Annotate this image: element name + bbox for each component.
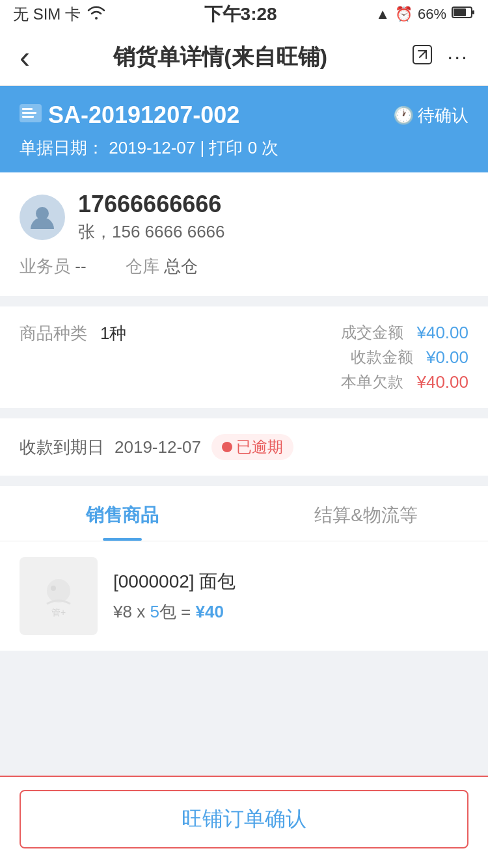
- order-header-card: SA-20191207-002 🕐 待确认 单据日期： 2019-12-07 |…: [0, 86, 488, 172]
- status-right: ▲ ⏰ 66%: [375, 6, 475, 23]
- salesman-info: 业务员 --: [20, 255, 87, 278]
- customer-name: 张，156 6666 6666: [78, 221, 225, 243]
- wifi-icon: [87, 5, 105, 23]
- nav-left: ‹: [20, 39, 30, 75]
- amount-info: 成交金额 ¥40.00 收款金额 ¥0.00 本单欠款 ¥40.00: [341, 322, 468, 392]
- customer-info: 17666666666 张，156 6666 6666: [78, 191, 225, 243]
- customer-section: 17666666666 张，156 6666 6666 业务员 -- 仓库 总仓: [0, 172, 488, 296]
- bottom-bar: 旺铺订单确认: [0, 776, 488, 868]
- page-title: 销货单详情(来自旺铺): [113, 42, 327, 72]
- due-amount-row: 本单欠款 ¥40.00: [341, 372, 468, 392]
- status-left: 无 SIM 卡: [13, 4, 105, 25]
- overdue-dot-icon: [222, 442, 232, 452]
- confirm-order-button[interactable]: 旺铺订单确认: [20, 790, 468, 848]
- svg-line-4: [420, 51, 426, 57]
- overdue-badge: 已逾期: [211, 434, 293, 460]
- clock-icon: 🕐: [393, 105, 414, 126]
- nav-right: ···: [411, 43, 468, 72]
- tabs-section: 销售商品 结算&物流等 管+ [0000002] 面包 ¥8 x 5包: [0, 486, 488, 651]
- product-item: 管+ [0000002] 面包 ¥8 x 5包 = ¥40: [20, 557, 468, 635]
- order-icon: [20, 104, 42, 127]
- product-name: [0000002] 面包: [113, 569, 468, 594]
- back-button[interactable]: ‹: [20, 39, 30, 75]
- svg-text:管+: 管+: [51, 607, 66, 617]
- tab-sales-products[interactable]: 销售商品: [0, 486, 244, 541]
- product-thumbnail: 管+: [20, 557, 98, 635]
- nav-bar: ‹ 销货单详情(来自旺铺) ···: [0, 29, 488, 86]
- summary-section: 商品种类 1种 成交金额 ¥40.00 收款金额 ¥0.00 本单欠款 ¥40.…: [0, 306, 488, 408]
- warehouse-info: 仓库 总仓: [126, 255, 198, 278]
- svg-rect-6: [22, 108, 33, 110]
- svg-rect-8: [22, 116, 34, 118]
- transaction-amount-row: 成交金额 ¥40.00: [341, 322, 468, 343]
- more-icon[interactable]: ···: [447, 45, 468, 69]
- svg-point-11: [51, 586, 56, 591]
- alarm-icon: ⏰: [395, 6, 413, 23]
- carrier-text: 无 SIM 卡: [13, 4, 81, 25]
- tabs-row: 销售商品 结算&物流等: [0, 486, 488, 541]
- svg-point-10: [47, 579, 70, 603]
- customer-meta: 业务员 -- 仓库 总仓: [20, 255, 468, 278]
- svg-rect-7: [22, 112, 36, 114]
- customer-phone: 17666666666: [78, 191, 225, 218]
- order-id: SA-20191207-002: [20, 102, 239, 129]
- transaction-amount: ¥40.00: [416, 323, 468, 343]
- share-icon[interactable]: [411, 43, 434, 72]
- product-type-info: 商品种类 1种: [20, 322, 126, 345]
- svg-rect-2: [472, 10, 474, 14]
- due-amount: ¥40.00: [416, 372, 468, 392]
- product-list: 管+ [0000002] 面包 ¥8 x 5包 = ¥40: [0, 541, 488, 651]
- product-price: ¥8 x 5包 = ¥40: [113, 601, 468, 623]
- location-icon: ▲: [375, 6, 390, 23]
- received-amount: ¥0.00: [426, 347, 468, 368]
- battery-percent: 66%: [418, 6, 446, 23]
- status-bar: 无 SIM 卡 下午3:28 ▲ ⏰ 66%: [0, 0, 488, 29]
- status-time: 下午3:28: [204, 2, 277, 27]
- received-amount-row: 收款金额 ¥0.00: [351, 347, 468, 368]
- due-date-section: 收款到期日 2019-12-07 已逾期: [0, 418, 488, 476]
- order-date-info: 单据日期： 2019-12-07 | 打印 0 次: [20, 137, 468, 159]
- product-info: [0000002] 面包 ¥8 x 5包 = ¥40: [113, 569, 468, 623]
- svg-rect-1: [454, 8, 466, 16]
- tab-settlement-logistics[interactable]: 结算&物流等: [244, 486, 488, 541]
- order-status: 🕐 待确认: [393, 104, 468, 127]
- avatar: [20, 195, 65, 240]
- battery-icon: [452, 6, 475, 23]
